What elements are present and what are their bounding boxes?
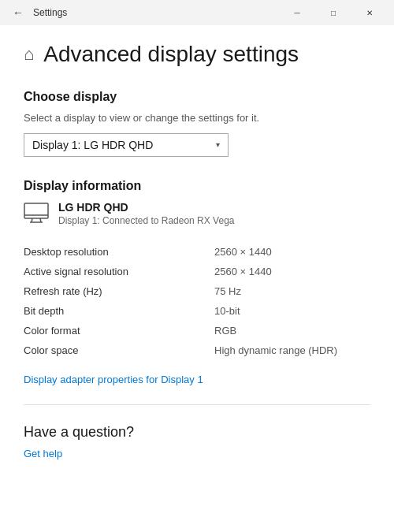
choose-display-title: Choose display: [24, 90, 370, 104]
close-button[interactable]: ✕: [351, 0, 388, 25]
content-area: ⌂ Advanced display settings Choose displ…: [0, 25, 394, 532]
display-dropdown[interactable]: Display 1: LG HDR QHD ▾: [24, 133, 229, 157]
minimize-button[interactable]: ─: [279, 0, 315, 25]
display-info-section: Display information LG HDR QHD Display 1…: [24, 179, 370, 385]
info-label: Color format: [24, 321, 214, 340]
title-bar-title: Settings: [33, 7, 67, 18]
info-value: 2560 × 1440: [214, 242, 370, 262]
info-label: Active signal resolution: [24, 262, 214, 281]
title-bar-left: ← Settings: [9, 5, 67, 20]
adapter-properties-link[interactable]: Display adapter properties for Display 1: [24, 374, 203, 385]
chevron-down-icon: ▾: [216, 140, 220, 149]
maximize-button[interactable]: □: [315, 0, 351, 25]
info-value: RGB: [214, 321, 370, 340]
display-device: LG HDR QHD Display 1: Connected to Radeo…: [24, 201, 370, 226]
info-value: 10-bit: [214, 301, 370, 321]
home-icon: ⌂: [24, 44, 34, 65]
divider: [24, 404, 370, 405]
info-label: Bit depth: [24, 301, 214, 321]
faq-title: Have a question?: [24, 424, 370, 441]
info-label: Color space: [24, 340, 214, 360]
back-button[interactable]: ←: [9, 5, 27, 20]
table-row: Refresh rate (Hz)75 Hz: [24, 281, 370, 301]
info-label: Refresh rate (Hz): [24, 281, 214, 301]
info-label: Desktop resolution: [24, 242, 214, 262]
table-row: Bit depth10-bit: [24, 301, 370, 321]
faq-section: Have a question? Get help: [24, 424, 370, 459]
get-help-link[interactable]: Get help: [24, 448, 62, 459]
page-title: Advanced display settings: [43, 41, 299, 68]
display-info-table: Desktop resolution2560 × 1440Active sign…: [24, 242, 370, 360]
svg-rect-0: [24, 203, 48, 218]
choose-display-desc: Select a display to view or change the s…: [24, 112, 370, 124]
monitor-icon: [24, 203, 49, 225]
table-row: Active signal resolution2560 × 1440: [24, 262, 370, 281]
title-bar: ← Settings ─ □ ✕: [0, 0, 394, 25]
display-info-title: Display information: [24, 179, 370, 193]
device-name: LG HDR QHD: [58, 201, 234, 214]
info-value: 2560 × 1440: [214, 262, 370, 281]
choose-display-section: Choose display Select a display to view …: [24, 90, 370, 157]
settings-window: ← Settings ─ □ ✕ ⌂ Advanced display sett…: [0, 0, 394, 532]
table-row: Desktop resolution2560 × 1440: [24, 242, 370, 262]
page-header: ⌂ Advanced display settings: [24, 41, 370, 68]
device-sub: Display 1: Connected to Radeon RX Vega: [58, 215, 234, 226]
table-row: Color spaceHigh dynamic range (HDR): [24, 340, 370, 360]
info-value: High dynamic range (HDR): [214, 340, 370, 360]
dropdown-value: Display 1: LG HDR QHD: [32, 139, 153, 151]
device-info: LG HDR QHD Display 1: Connected to Radeo…: [58, 201, 234, 226]
table-row: Color formatRGB: [24, 321, 370, 340]
info-value: 75 Hz: [214, 281, 370, 301]
title-bar-controls: ─ □ ✕: [279, 0, 388, 25]
